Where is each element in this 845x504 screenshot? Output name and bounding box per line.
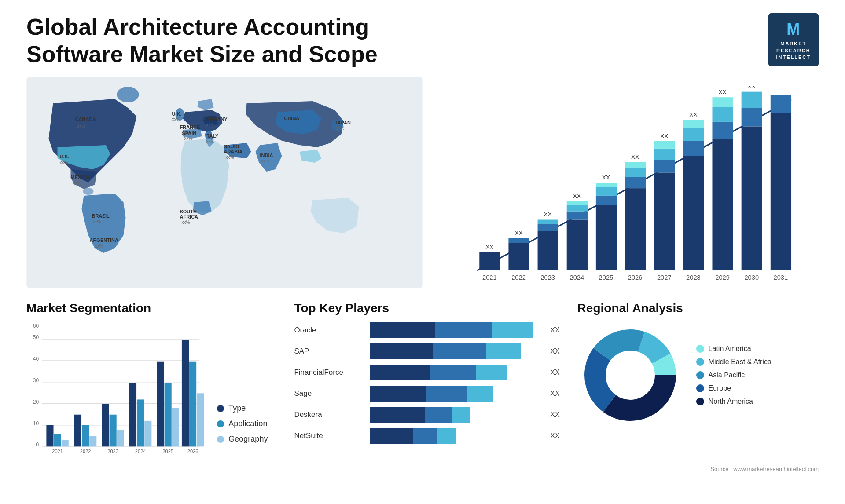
svg-text:xx%: xx% <box>181 220 190 225</box>
svg-text:SPAIN: SPAIN <box>182 131 196 136</box>
svg-rect-38 <box>479 252 500 270</box>
svg-text:xx%: xx% <box>73 181 81 186</box>
svg-text:2026: 2026 <box>628 274 643 281</box>
logo-line1: MARKET RESEARCH INTELLECT <box>776 40 811 61</box>
svg-rect-64 <box>625 168 646 177</box>
svg-rect-56 <box>596 205 617 270</box>
svg-text:xx%: xx% <box>77 124 85 128</box>
svg-text:SOUTH: SOUTH <box>180 209 197 214</box>
svg-text:U.S.: U.S. <box>59 154 69 159</box>
player-xx-financialforce: XX <box>550 369 559 376</box>
reg-label-north-america: North America <box>709 398 753 405</box>
segmentation-section: Market Segmentation 0 10 20 30 40 50 60 <box>26 301 268 457</box>
logo-letter: M <box>776 18 811 40</box>
svg-text:xx%: xx% <box>92 219 101 224</box>
svg-rect-91 <box>771 113 791 270</box>
page-container: Global Architecture Accounting Software … <box>0 0 845 486</box>
svg-rect-41 <box>508 243 529 270</box>
svg-text:xx%: xx% <box>206 122 214 127</box>
player-row-sap: SAP XX <box>294 343 559 359</box>
svg-rect-59 <box>596 183 617 187</box>
player-xx-sap: XX <box>550 347 559 355</box>
svg-text:2027: 2027 <box>657 274 672 281</box>
svg-point-1 <box>117 87 139 102</box>
player-bar-wrap-deskera <box>370 407 541 423</box>
svg-point-136 <box>607 352 653 398</box>
svg-text:XX: XX <box>631 153 639 160</box>
svg-text:50: 50 <box>33 334 39 340</box>
svg-text:INDIA: INDIA <box>260 153 273 158</box>
reg-dot-asia-pacific <box>696 371 704 379</box>
reg-label-europe: Europe <box>709 384 731 392</box>
svg-text:AFRICA: AFRICA <box>180 214 198 219</box>
bottom-section: Market Segmentation 0 10 20 30 40 50 60 <box>26 301 819 457</box>
seg-content: 0 10 20 30 40 50 60 <box>26 322 268 457</box>
player-bar-wrap-sap <box>370 343 541 359</box>
svg-text:xx%: xx% <box>261 158 269 163</box>
svg-point-2 <box>83 188 93 195</box>
player-row-financialforce: FinancialForce XX <box>294 365 559 380</box>
svg-rect-121 <box>144 421 151 446</box>
svg-text:2023: 2023 <box>107 449 118 454</box>
regional-title: Regional Analysis <box>577 301 819 315</box>
svg-text:BRAZIL: BRAZIL <box>92 213 110 219</box>
svg-text:FRANCE: FRANCE <box>180 124 200 130</box>
seg-legend: Type Application Geography <box>217 404 268 457</box>
reg-dot-latin-america <box>696 345 704 353</box>
svg-text:JAPAN: JAPAN <box>334 120 351 125</box>
world-map-svg: CANADA xx% U.S. xx% MEXICO xx% BRAZIL xx… <box>26 77 423 288</box>
svg-rect-129 <box>197 393 204 446</box>
svg-text:2022: 2022 <box>511 274 526 281</box>
player-bar-wrap-oracle <box>370 322 541 338</box>
svg-text:XX: XX <box>485 243 493 250</box>
player-xx-netsuite: XX <box>550 432 559 440</box>
svg-text:2021: 2021 <box>482 274 497 281</box>
svg-rect-107 <box>46 425 53 446</box>
svg-rect-88 <box>742 91 762 108</box>
svg-rect-62 <box>625 188 646 270</box>
svg-rect-83 <box>712 97 733 107</box>
svg-text:2029: 2029 <box>715 274 730 281</box>
bar-chart-container: 2021 XX 2022 XX 2023 XX 2024 XX <box>441 77 819 288</box>
svg-rect-117 <box>117 430 124 446</box>
reg-dot-mea <box>696 358 704 366</box>
regional-legend: Latin America Middle East & Africa Asia … <box>696 345 772 405</box>
svg-text:2022: 2022 <box>80 449 91 454</box>
svg-text:ITALY: ITALY <box>205 133 219 139</box>
svg-text:CANADA: CANADA <box>75 117 96 122</box>
player-xx-deskera: XX <box>550 411 559 419</box>
svg-rect-115 <box>102 404 109 446</box>
svg-text:xx%: xx% <box>184 136 192 141</box>
svg-rect-82 <box>712 107 733 122</box>
svg-text:SAUDI: SAUDI <box>224 144 239 149</box>
player-bar-wrap-netsuite <box>370 428 541 444</box>
legend-item-geography: Geography <box>217 435 268 444</box>
svg-rect-124 <box>165 383 172 446</box>
svg-rect-75 <box>683 141 704 156</box>
svg-text:2025: 2025 <box>162 449 173 454</box>
svg-rect-46 <box>538 224 558 231</box>
player-xx-sage: XX <box>550 390 559 398</box>
svg-text:U.K.: U.K. <box>172 111 181 117</box>
svg-text:GERMANY: GERMANY <box>202 117 228 122</box>
svg-rect-68 <box>654 172 675 270</box>
seg-chart-svg: 0 10 20 30 40 50 60 <box>26 322 204 455</box>
player-row-netsuite: NetSuite XX <box>294 428 559 444</box>
reg-legend-mea: Middle East & Africa <box>696 358 772 366</box>
player-name-oracle: Oracle <box>294 326 364 335</box>
legend-label-application: Application <box>228 419 267 428</box>
reg-label-latin-america: Latin America <box>709 345 751 353</box>
reg-label-mea: Middle East & Africa <box>709 358 772 366</box>
header: Global Architecture Accounting Software … <box>26 13 819 68</box>
logo-box: M MARKET RESEARCH INTELLECT <box>768 13 819 66</box>
svg-text:XX: XX <box>718 89 726 95</box>
legend-dot-application <box>217 420 224 427</box>
svg-rect-71 <box>654 141 675 149</box>
legend-dot-geography <box>217 436 224 443</box>
svg-rect-120 <box>137 399 144 446</box>
player-row-oracle: Oracle XX <box>294 322 559 338</box>
player-name-netsuite: NetSuite <box>294 431 364 440</box>
svg-rect-70 <box>654 149 675 160</box>
svg-text:XX: XX <box>514 230 522 236</box>
svg-text:XX: XX <box>660 132 668 139</box>
